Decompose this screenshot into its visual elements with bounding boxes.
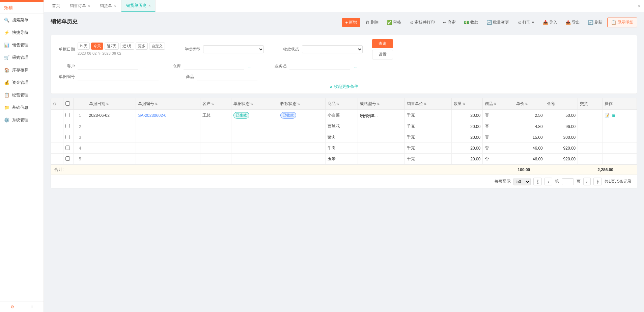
tab-sales-history[interactable]: 销货单历史 × [121,0,156,12]
sort-unitprice-icon[interactable]: ⇅ [525,102,528,106]
action-删除[interactable]: 🗑 [612,113,616,118]
td-settings [51,121,63,132]
page-size-select[interactable]: 20 50 100 200 [513,178,531,185]
warehouse-more-btn[interactable]: ... [248,64,251,69]
customer-more-btn[interactable]: ... [142,64,145,69]
collapse-filter-btn[interactable]: ∧ 收起更多条件 [56,84,632,89]
sidebar-item-inventory[interactable]: 🏠 库存核算 [0,64,44,76]
docno-link[interactable]: SA-20230602-0 [138,113,166,118]
td-actions [602,121,637,132]
action-编辑[interactable]: 📝 [605,113,610,118]
sidebar-item-basic-info[interactable]: 📁 基础信息 [0,101,44,114]
add-button[interactable]: + 新增 [342,18,361,27]
td-unitprice: 4.80 [514,121,545,132]
date-btn-7days[interactable]: 近7天 [105,43,119,50]
th-docstatus: 单据状态⇅ [231,98,278,110]
filter-warehouse-item: 仓库 ... [162,63,251,70]
tab-home[interactable]: 首页 [47,0,65,12]
abandon-button[interactable]: ↩ 弃审 [440,18,459,27]
row-checkbox[interactable] [65,124,70,128]
show-detail-button[interactable]: 📋 显示明细 [607,18,637,27]
row-checkbox[interactable] [65,156,70,161]
td-docstatus [231,121,278,132]
table-header: ⚙ 单据日期⇅ 单据编号⇅ 客户⇅ [51,98,637,110]
date-btn-today[interactable]: 今天 [91,43,103,50]
date-btn-more[interactable]: 更多 [136,43,148,50]
business-more-btn[interactable]: ... [354,64,357,69]
import-icon: 📥 [543,20,548,25]
sidebar-bottom-icon1[interactable]: ⚙ [10,305,14,309]
sort-gift-icon[interactable]: ⇅ [494,102,496,106]
table-settings-icon[interactable]: ⚙ [53,102,57,106]
prev-page-btn[interactable]: ‹ [544,178,552,185]
payment-status-select[interactable] [302,45,363,53]
customer-input[interactable] [78,63,138,70]
basic-info-icon: 📁 [4,105,9,110]
td-actions [602,132,637,143]
setup-button[interactable]: 设置 [372,50,393,59]
select-all-checkbox[interactable] [65,101,70,106]
delete-button[interactable]: 🗑 删除 [362,18,382,27]
last-page-btn[interactable]: ⟫ [593,178,602,185]
date-btn-custom[interactable]: 自定义 [149,43,165,50]
goods-label: 商品 [175,74,194,80]
warehouse-input[interactable] [184,63,244,70]
sidebar-item-sales-mgmt[interactable]: 📊 销售管理 [0,39,44,51]
table-row: 3 猪肉 千克 20.00 否 15.00 300.00 [51,132,637,143]
sort-goods-icon[interactable]: ⇅ [336,102,339,106]
date-quick-buttons: 昨天 今天 近7天 近1月 更多 自定义 [78,43,165,50]
print-button[interactable]: 🖨 打印 ▼ [514,18,538,27]
td-unitprice: 2.50 [514,110,545,121]
collapse-label: 收起更多条件 [334,84,358,89]
td-spec [358,154,404,164]
th-checkbox [63,98,73,110]
sidebar-item-quick-nav[interactable]: ⚡ 快捷导航 [0,26,44,39]
collect-button[interactable]: 💵 收款 [460,18,482,27]
sidebar-item-ops-mgmt[interactable]: 📋 经营管理 [0,89,44,101]
sort-paymentstatus-icon[interactable]: ⇅ [297,102,300,106]
sort-docstatus-icon[interactable]: ⇅ [250,102,253,106]
goods-input[interactable] [197,73,257,80]
import-button[interactable]: 📥 导入 [539,18,561,27]
date-btn-1month[interactable]: 近1月 [120,43,134,50]
sort-date-icon[interactable]: ⇅ [106,102,109,106]
sort-docno-icon[interactable]: ⇅ [155,102,158,106]
export-button[interactable]: 📤 导出 [562,18,583,27]
date-label: 单据日期 [56,47,75,52]
close-sales-goods-tab[interactable]: × [114,4,116,8]
td-quantity: 20.00 [452,143,483,154]
goods-more-btn[interactable]: ... [261,75,264,79]
business-input[interactable] [289,63,350,70]
sidebar-item-finance-mgmt[interactable]: 💰 资金管理 [0,76,44,89]
sort-spec-icon[interactable]: ⇅ [377,102,380,106]
sidebar-item-search-menu[interactable]: 🔍 搜索菜单 [0,14,44,26]
next-page-btn[interactable]: › [583,178,591,185]
filter-row-1: 单据日期 昨天 今天 近7天 近1月 更多 自定义 2023-06-02 至 2… [56,39,632,59]
refresh-button[interactable]: 🔄 刷新 [585,18,606,27]
date-btn-yesterday[interactable]: 昨天 [78,43,90,50]
sidebar-item-purchase-mgmt[interactable]: 🛒 采购管理 [0,51,44,64]
close-all-tabs[interactable]: × [638,3,641,9]
td-actions [602,154,637,164]
docno-input[interactable] [78,73,159,80]
sort-customer-icon[interactable]: ⇅ [211,102,214,106]
sidebar-item-sys-mgmt[interactable]: ⚙️ 系统管理 [0,114,44,126]
close-sales-order-tab[interactable]: × [88,4,90,8]
tab-sales-goods[interactable]: 销货单 × [95,0,121,12]
close-sales-history-tab[interactable]: × [148,4,150,8]
review-button[interactable]: ✅ 审核 [383,18,404,27]
first-page-btn[interactable]: ⟪ [533,178,542,185]
sort-unit-icon[interactable]: ⇅ [424,102,426,106]
row-checkbox[interactable] [65,113,70,117]
sidebar-bottom-icon2[interactable]: ⏸ [29,305,33,309]
row-checkbox[interactable] [65,146,70,150]
tab-sales-order[interactable]: 销售订单 × [65,0,95,12]
filter-business-item: 业务员 ... [268,63,357,70]
batch-change-button[interactable]: 🔄 批量变更 [483,18,512,27]
doc-type-select[interactable] [203,45,264,53]
sort-quantity-icon[interactable]: ⇅ [463,102,465,106]
current-page-input[interactable]: 1 [562,178,574,185]
row-checkbox[interactable] [65,135,70,139]
query-button[interactable]: 查询 [372,39,393,48]
review-print-button[interactable]: 🖨 审核并打印 [406,18,438,27]
